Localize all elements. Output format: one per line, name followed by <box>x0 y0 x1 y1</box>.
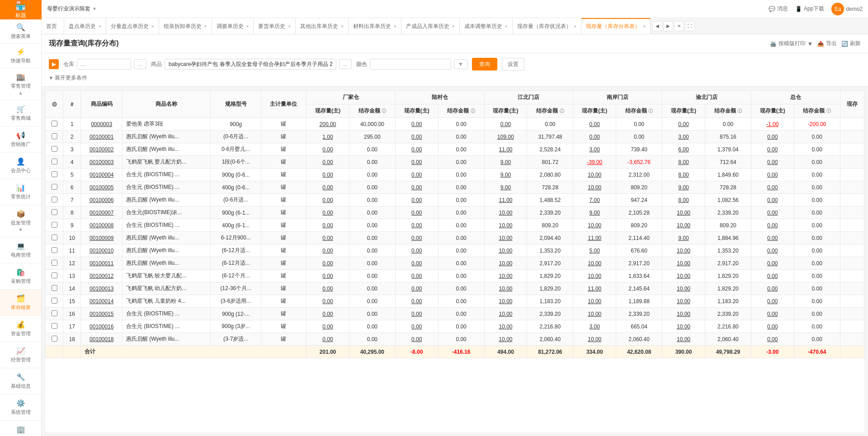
tab-close-icon[interactable]: × <box>452 24 455 29</box>
cell-check[interactable] <box>46 206 63 219</box>
cell-check[interactable] <box>46 219 63 232</box>
cell-check[interactable] <box>46 118 63 131</box>
tab-close-icon[interactable]: × <box>574 24 577 29</box>
tab-cost-adjust[interactable]: 成本调整单历史 × <box>460 18 513 34</box>
sidebar-item-marketing[interactable]: 📢 营销推广 <box>0 127 41 153</box>
tab-prev-btn[interactable]: ◀ <box>652 21 662 31</box>
tab-close-all-btn[interactable]: ✕ <box>674 21 684 31</box>
tab-kit-dismantle[interactable]: 组装拆卸单历史 × <box>159 18 212 34</box>
refresh-btn[interactable]: 🔄 刷新 <box>841 40 861 47</box>
logo[interactable]: 🏪 标题 <box>0 0 42 19</box>
tab-next-btn[interactable]: ▶ <box>663 21 673 31</box>
cell-xc <box>840 181 864 194</box>
cell-check[interactable] <box>46 131 63 143</box>
sidebar-item-ecommerce[interactable]: 💻 电商管理 <box>0 237 41 263</box>
tab-close-icon[interactable]: × <box>204 24 207 29</box>
warehouse-browse-btn[interactable]: ... <box>134 59 146 69</box>
tab-close-icon[interactable]: × <box>246 24 249 29</box>
goods-input[interactable] <box>165 59 336 70</box>
print-btn[interactable]: 🖨️ 按模版打印 ▼ <box>770 40 813 47</box>
color-dropdown-btn[interactable]: ▼ <box>454 59 467 69</box>
user-menu[interactable]: Ea demo2 <box>831 3 863 15</box>
sidebar-item-retail-mgmt[interactable]: 🏬 零售管理 ▲ <box>0 68 41 100</box>
tab-material-out[interactable]: 材料出库单历史 × <box>349 18 401 34</box>
info-icon[interactable]: ⓘ <box>382 108 386 113</box>
cell-la: 0.00 <box>438 181 484 194</box>
cell-check[interactable] <box>46 143 63 156</box>
info-icon[interactable]: ⓘ <box>560 108 564 113</box>
tab-transfer[interactable]: 调拨单历史 × <box>212 18 254 34</box>
tab-close-icon[interactable]: × <box>288 24 291 29</box>
info-icon[interactable]: ⓘ <box>737 108 742 113</box>
sidebar-item-wholesale[interactable]: 📦 批发管理 ▼ <box>0 205 41 237</box>
cell-name: 合生元 (BIOSTIME) ... <box>122 219 210 232</box>
sidebar-item-quick-nav[interactable]: ⚡ 快捷导航 <box>0 44 41 68</box>
tab-close-icon[interactable]: × <box>643 24 646 29</box>
cell-code: 00100010 <box>81 244 123 257</box>
query-btn[interactable]: 查询 <box>472 58 497 70</box>
tab-product-in[interactable]: 产成品入库单历史 × <box>401 18 460 34</box>
tab-close-icon[interactable]: × <box>341 24 344 29</box>
cell-check[interactable] <box>46 308 63 320</box>
cell-check[interactable] <box>46 169 63 181</box>
tab-inventory-sub[interactable]: 分量盘点单历史 × <box>106 18 159 34</box>
sidebar-item-retail-shop[interactable]: 🛒 零售商城 <box>0 100 41 127</box>
retail-shop-label: 零售商城 <box>11 115 31 122</box>
tab-other-out[interactable]: 其他出库单历史 × <box>296 18 349 34</box>
sidebar-item-ops[interactable]: 📈 经营管理 <box>0 342 41 368</box>
tab-close-icon[interactable]: × <box>505 24 508 29</box>
sidebar-item-enterprise[interactable]: 🏢 企业协同 <box>0 421 41 436</box>
expand-conditions-btn[interactable]: ▼ 展开更多条件 <box>49 74 861 82</box>
cell-fa: 295.00 <box>349 131 395 143</box>
sidebar-item-purchase[interactable]: 🛍️ 采购管理 <box>0 263 41 290</box>
warehouse-input[interactable] <box>77 59 131 70</box>
cell-check[interactable] <box>46 295 63 308</box>
th-settings[interactable]: ⚙ <box>46 91 63 118</box>
cell-check[interactable] <box>46 257 63 270</box>
cell-jba: 31,797.48 <box>527 131 573 143</box>
cell-check[interactable] <box>46 156 63 169</box>
cell-spec: 1段(0-6个... <box>211 156 261 169</box>
info-icon[interactable]: ⓘ <box>826 108 831 113</box>
tab-order[interactable]: 要货单历史 × <box>254 18 296 34</box>
goods-browse-btn[interactable]: ... <box>339 59 352 69</box>
cell-fc: 0.00 <box>306 270 349 282</box>
tab-inventory-single[interactable]: 盘点单历史 × <box>64 18 106 34</box>
info-icon[interactable]: ⓘ <box>648 108 653 113</box>
tab-stock-dist[interactable]: 现存量（库存分布表） × <box>581 18 651 34</box>
tab-home[interactable]: 首页 <box>42 18 64 34</box>
sidebar-item-system[interactable]: ⚙️ 系统管理 <box>0 394 41 421</box>
sidebar-item-search[interactable]: 🔍 搜索英单 <box>0 19 41 44</box>
cell-check[interactable] <box>46 320 63 333</box>
tenant-dropdown[interactable]: 母婴行业演示陈套 ▼ <box>47 5 97 13</box>
cell-check[interactable] <box>46 194 63 206</box>
cell-check[interactable] <box>46 244 63 257</box>
cell-check[interactable] <box>46 270 63 282</box>
tab-close-icon[interactable]: × <box>394 24 396 29</box>
app-download-btn[interactable]: 📱 App下载 <box>795 5 824 13</box>
cell-check[interactable] <box>46 282 63 295</box>
collapse-btn[interactable]: ▶ <box>49 59 59 69</box>
username-label: demo2 <box>846 6 863 12</box>
table-wrapper[interactable]: ⚙ # 商品编码 商品名称 规格型号 主计量单位 厂家仓 陆村仓 江北门店 南岸… <box>45 90 864 432</box>
sidebar-item-base[interactable]: 🔧 基础信息 <box>0 368 41 394</box>
message-btn[interactable]: 💬 消息 <box>769 5 788 13</box>
cell-xc <box>840 257 864 270</box>
color-input[interactable] <box>370 59 451 70</box>
tab-fullscreen-btn[interactable]: ⛶ <box>685 21 695 31</box>
cell-check[interactable] <box>46 181 63 194</box>
info-icon[interactable]: ⓘ <box>471 108 475 113</box>
tab-close-icon[interactable]: × <box>99 24 101 29</box>
cell-check[interactable] <box>46 333 63 346</box>
cell-check[interactable] <box>46 232 63 244</box>
tab-stock-status[interactable]: 现存量（库存状况表） × <box>513 18 582 34</box>
gear-icon[interactable]: ⚙ <box>52 101 57 108</box>
export-btn[interactable]: 📤 导出 <box>817 40 837 47</box>
sidebar-item-finance[interactable]: 💰 资金管理 <box>0 316 41 342</box>
sidebar-item-member[interactable]: 👤 会员中心 <box>0 153 41 179</box>
cell-unit: 罐 <box>261 131 306 143</box>
tab-close-icon[interactable]: × <box>151 24 154 29</box>
sidebar-item-inventory[interactable]: 🗂️ 库存核算 <box>0 290 41 316</box>
settings-btn[interactable]: 设置 <box>502 58 524 70</box>
sidebar-item-retail-stats[interactable]: 📊 零售统计 <box>0 179 41 205</box>
